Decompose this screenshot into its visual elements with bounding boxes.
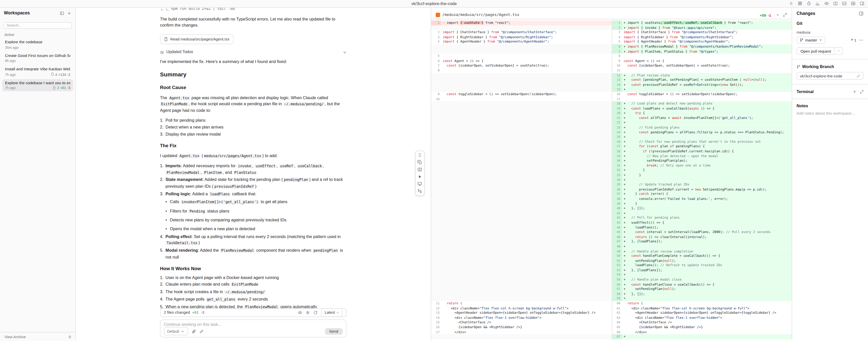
line-content: + }, [loadPlans]); <box>622 268 792 273</box>
sidebar-right-icon[interactable] <box>859 1 864 6</box>
open-pull-request-button[interactable]: Open pull request <box>797 47 843 55</box>
layout-columns-icon[interactable] <box>417 167 422 172</box>
line-number: 66 <box>612 330 622 334</box>
diff-new-line: 47+ }, [loadPlans]); <box>611 239 792 244</box>
paperclip-icon[interactable] <box>191 329 196 334</box>
diff-row: 36+ previousPlanIdsRef.current = new Set… <box>431 187 792 192</box>
working-branch-input[interactable]: vk/3ccf-explore-the-code <box>797 72 864 80</box>
line-content: + // Update tracked plan IDs <box>622 182 792 187</box>
read-file-chip[interactable]: Read medusa/src/pages/Agent.tsx <box>160 34 233 44</box>
line-number: 11 <box>431 301 441 306</box>
branch-selector[interactable]: master <box>797 36 826 43</box>
diff-scroll-area[interactable]: 1- import { useState } from "react";1+ i… <box>431 21 792 341</box>
layout-icon[interactable] <box>60 11 64 16</box>
grip-icon[interactable] <box>417 153 422 158</box>
line-number <box>431 49 441 54</box>
plus-icon[interactable] <box>852 90 857 94</box>
line-content <box>441 97 611 101</box>
message-composer[interactable]: Default Send <box>160 319 346 337</box>
panel-toggle-icon[interactable] <box>859 11 864 16</box>
tool-call-collapsed[interactable]: npm run build 2>&1 | tail -80 <box>160 8 346 13</box>
chevron-down-icon[interactable] <box>342 50 346 54</box>
inline-code: ~/.medusa/pending/ <box>283 102 325 106</box>
layout-columns-icon[interactable] <box>833 1 838 6</box>
diff-old-line <box>431 196 611 201</box>
line-content: + setPendingPlan(null); <box>622 258 792 263</box>
chart-icon[interactable] <box>815 1 820 6</box>
workspace-title: Install and integrate Vibe Kanban Web... <box>5 67 70 71</box>
line-content: + <box>622 296 792 301</box>
diff-new-line: 44+ loadPlans(); <box>611 225 792 230</box>
diff-new-line: 29+ // New plan detected — open the moda… <box>611 154 792 158</box>
layout-rows-icon[interactable] <box>842 1 846 6</box>
line-content: import { AgentHeader } from "@/component… <box>441 39 611 44</box>
workspace-item[interactable]: Install and integrate Vibe Kanban Web...… <box>2 65 73 78</box>
copy-icon[interactable] <box>417 160 422 165</box>
pencil-icon[interactable] <box>856 74 860 78</box>
timer-icon[interactable] <box>806 1 811 6</box>
line-content <box>441 192 611 196</box>
diff-additions: +59 <box>760 13 766 17</box>
chat-scroll-area[interactable]: npm run build 2>&1 | tail -80 The build … <box>76 8 431 308</box>
more-options-icon[interactable] <box>859 38 864 43</box>
diff-row: 2import { ChatInterface } from "@/compon… <box>431 30 792 35</box>
play-icon[interactable] <box>417 174 422 179</box>
workspace-search-input[interactable] <box>3 22 72 28</box>
line-content: + <box>622 211 792 216</box>
expand-icon[interactable] <box>859 90 863 94</box>
line-content: + // New plan detected — open the modal <box>622 154 792 158</box>
diff-row: 6const Agent = () => {9const Agent = () … <box>431 58 792 63</box>
updated-todos-toggle[interactable]: Updated Todos <box>160 49 346 55</box>
git-compare-icon[interactable] <box>417 189 422 193</box>
inline-code: PlanStatus <box>233 170 257 175</box>
message-input[interactable] <box>164 322 343 327</box>
workspace-list[interactable]: Explore the codebase35m agoCreate Good F… <box>0 38 75 332</box>
grid-icon[interactable] <box>797 1 802 6</box>
diff-file-header[interactable]: /medusa/medusa/src/pages/Agent.tsx +59 -… <box>431 11 792 20</box>
chevron-down-icon[interactable] <box>776 13 780 17</box>
diff-new-line: 43+ useEffect(() => { <box>611 220 792 225</box>
diff-new-line: 63 <div className="flex flex-1 overflow-… <box>611 315 792 320</box>
notes-placeholder[interactable]: Add notes about this workspace... <box>797 111 864 115</box>
pencil-icon[interactable] <box>199 329 204 334</box>
workspace-item[interactable]: Explore the codebase I want you to ex...… <box>2 79 73 91</box>
badge-deletions: -2 <box>67 72 70 76</box>
files-changed-summary: 2 files changed <box>164 310 190 315</box>
line-number: 60 <box>612 301 622 306</box>
workspace-item[interactable]: Explore the codebase35m ago <box>2 38 73 51</box>
model-selector[interactable]: Default <box>164 327 188 335</box>
diff-old-line <box>431 73 611 78</box>
workspace-item[interactable]: Create Good First Issues on Github So ..… <box>2 52 73 64</box>
list-item-text: Detect when a new plan arrives <box>165 124 346 130</box>
diff-row: 22+ <box>431 120 792 125</box>
sliders-icon[interactable] <box>306 310 311 315</box>
view-archive-link[interactable]: View Archive <box>5 335 26 338</box>
line-number <box>431 287 441 292</box>
plus-icon[interactable] <box>67 11 72 16</box>
diff-new-line: 35+ // Update tracked plan IDs <box>611 182 792 187</box>
refresh-icon[interactable] <box>314 310 318 315</box>
pause-icon[interactable] <box>788 1 793 6</box>
diff-new-line: 10 const [sidebarOpen, setSidebarOpen] =… <box>611 63 792 68</box>
diff-new-line: 13+ const [pendingPlan, setPendingPlan] … <box>611 78 792 83</box>
eye-icon[interactable] <box>298 310 303 315</box>
diff-old-line: 16 {sidebarOpen && <RightSidebar />} <box>431 325 611 330</box>
diff-old-line <box>431 273 611 277</box>
version-dropdown[interactable]: Latest <box>321 308 343 317</box>
expand-icon[interactable] <box>783 13 787 17</box>
line-number: 32 <box>612 168 622 173</box>
additions-count: +61 <box>192 310 199 315</box>
line-number <box>431 106 441 111</box>
send-button[interactable]: Send <box>325 328 343 334</box>
monitor-icon[interactable] <box>417 182 422 186</box>
eye-icon[interactable] <box>824 1 829 6</box>
active-section-label: Active <box>0 30 75 38</box>
list-item: 5.Modal rendering: Added the PlanReviewM… <box>160 247 346 260</box>
changed-files-bar[interactable]: 2 files changed +61 -3 Latest <box>160 308 346 317</box>
diff-new-line: 33+ } <box>611 173 792 178</box>
layout-grid-icon[interactable] <box>850 1 855 6</box>
line-number: 23 <box>612 125 622 130</box>
diff-new-line: 31+ break; // Only open one at a time <box>611 163 792 168</box>
line-number: 31 <box>612 163 622 168</box>
line-content: <div className="flex flex-1 overflow-hid… <box>622 315 792 320</box>
